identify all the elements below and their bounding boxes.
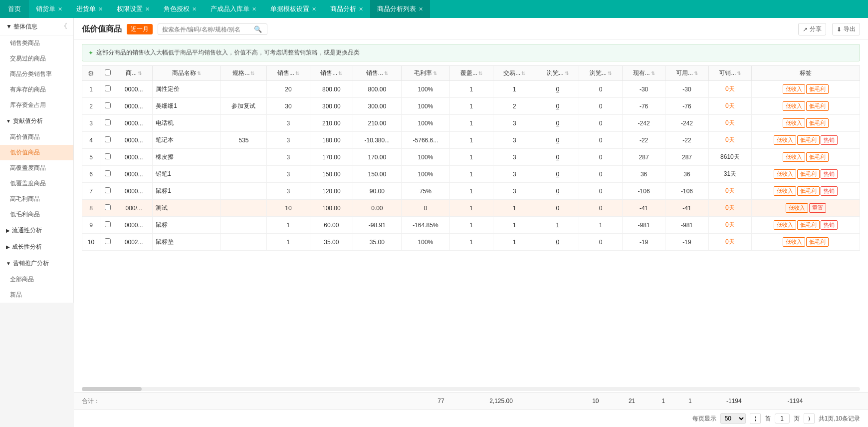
sidebar-item-high-value[interactable]: 高价值商品 (0, 129, 73, 145)
browse-link[interactable]: 0 (556, 171, 559, 178)
sidebar-group-marketing-header[interactable]: ▼ 营销推广分析 (0, 255, 73, 272)
cell-tags: 低收入低毛利热销 (752, 183, 860, 200)
nav-product-analysis-list[interactable]: 商品分析列表 ✕ (370, 0, 430, 18)
footer-current-stock: -1194 (703, 396, 764, 407)
cell-tags: 低收入低毛利 (752, 149, 860, 166)
sidebar-item-high-profit[interactable]: 高毛利商品 (0, 191, 73, 207)
sidebar-item-category-rate[interactable]: 商品分类销售率 (0, 66, 73, 82)
row-checkbox[interactable] (105, 187, 111, 193)
scrollbar-thumb[interactable] (82, 387, 142, 391)
chevron-down-icon: ▼ (6, 118, 11, 124)
tag: 热销 (821, 186, 838, 196)
cell-sale-price: 800.00 (310, 81, 353, 98)
browse-link[interactable]: 0 (556, 103, 559, 110)
cell-code: 000/... (115, 200, 153, 217)
browse-link[interactable]: 0 (556, 239, 559, 246)
browse-link[interactable]: 0 (556, 188, 559, 195)
nav-close-icon[interactable]: ✕ (145, 6, 150, 12)
tag: 低收入 (783, 237, 805, 247)
nav-close-icon[interactable]: ✕ (252, 6, 256, 12)
page-input[interactable] (775, 414, 790, 424)
table-row: 7 0000... 鼠标1 3 120.00 90.00 75% 1 3 0 0… (82, 183, 860, 200)
row-checkbox[interactable] (105, 102, 111, 108)
row-checkbox[interactable] (105, 136, 111, 142)
sidebar-collapse-btn[interactable]: 《 (60, 22, 67, 31)
nav-close-icon[interactable]: ✕ (419, 6, 423, 12)
sidebar-group-contribution-header[interactable]: ▼ 贡献值分析 (0, 113, 73, 129)
nav-purchase-order[interactable]: 进货单 ✕ (69, 0, 110, 18)
nav-close-icon[interactable]: ✕ (312, 6, 316, 12)
select-all-checkbox[interactable] (105, 69, 111, 75)
nav-close-icon[interactable]: ✕ (58, 6, 62, 12)
nav-close-icon[interactable]: ✕ (359, 6, 363, 12)
col-name: 商品名称⇅ (153, 66, 220, 81)
nav-template-settings[interactable]: 单据模板设置 ✕ (263, 0, 323, 18)
horizontal-scrollbar[interactable] (82, 387, 860, 391)
cell-index: 9 (82, 217, 100, 234)
first-page-button[interactable]: ⟨ (750, 413, 761, 424)
row-checkbox[interactable] (105, 119, 111, 125)
col-sale-amount: 销售...⇅ (353, 66, 402, 81)
period-badge[interactable]: 近一月 (127, 24, 153, 34)
sidebar-item-low-coverage[interactable]: 低覆盖度商品 (0, 176, 73, 191)
browse-link[interactable]: 0 (556, 86, 559, 93)
cell-browse2: 1 (579, 217, 622, 234)
browse-link[interactable]: 0 (556, 120, 559, 127)
row-checkbox[interactable] (105, 221, 111, 227)
sidebar-item-high-coverage[interactable]: 高覆盖度商品 (0, 160, 73, 176)
sidebar-item-stock-capital[interactable]: 库存资金占用 (0, 97, 73, 113)
table-wrapper[interactable]: ⚙ 商...⇅ 商品名称⇅ 规格...⇅ 销售...⇅ 销售...⇅ 销售...… (74, 65, 868, 386)
footer-browse2: 1 (677, 396, 704, 407)
search-icon[interactable]: 🔍 (254, 25, 262, 33)
col-browse2: 浏览...⇅ (579, 66, 622, 81)
cell-spec (220, 166, 266, 183)
browse-link[interactable]: 0 (556, 154, 559, 161)
sidebar-group-circulation-header[interactable]: ▶ 流通性分析 (0, 222, 73, 239)
nav-close-icon[interactable]: ✕ (192, 6, 197, 12)
sidebar-item-traded-products[interactable]: 交易过的商品 (0, 51, 73, 66)
cell-gross-rate: 100% (401, 98, 450, 115)
export-button[interactable]: ⬇ 导出 (832, 23, 860, 35)
settings-icon[interactable]: ⚙ (88, 69, 94, 77)
cell-checkbox (100, 183, 115, 200)
sidebar-group-growth-header[interactable]: ▶ 成长性分析 (0, 239, 73, 255)
info-text: 这部分商品的销售收入大幅低于商品平均销售收入，价值不高，可考虑调整营销策略，或是… (96, 48, 360, 57)
row-checkbox[interactable] (105, 153, 111, 159)
browse-link[interactable]: 0 (556, 205, 559, 212)
sidebar-item-low-value[interactable]: 低价值商品 (0, 145, 73, 160)
cell-spec: 535 (220, 132, 266, 149)
nav-role-auth[interactable]: 角色授权 ✕ (157, 0, 204, 18)
col-settings[interactable]: ⚙ (82, 66, 100, 81)
nav-product-warehousing[interactable]: 产成品入库单 ✕ (204, 0, 263, 18)
browse-link[interactable]: 1 (556, 222, 559, 229)
cell-available: 36 (665, 166, 708, 183)
nav-home[interactable]: 首页 (0, 0, 29, 18)
row-checkbox[interactable] (105, 85, 111, 91)
per-page-select[interactable]: 50 100 200 (720, 413, 746, 424)
sidebar-item-new-products[interactable]: 新品 (0, 287, 73, 303)
sidebar: ▼ 整体信息 《 销售类商品 交易过的商品 商品分类销售率 有库存的商品 库存资… (0, 18, 74, 303)
col-sale-qty: 销售...⇅ (267, 66, 310, 81)
sidebar-item-all-products[interactable]: 全部商品 (0, 272, 73, 287)
next-page-button[interactable]: ⟩ (804, 413, 815, 424)
share-button[interactable]: ↗ 分享 (798, 23, 826, 35)
col-saleable: 可销...⇅ (708, 66, 751, 81)
sidebar-item-low-profit[interactable]: 低毛利商品 (0, 207, 73, 222)
cell-available: -242 (665, 115, 708, 132)
sidebar-item-sales-products[interactable]: 销售类商品 (0, 35, 73, 51)
nav-item-label: 商品分析列表 (377, 4, 416, 13)
sidebar-wrapper: ▼ 整体信息 《 销售类商品 交易过的商品 商品分类销售率 有库存的商品 库存资… (0, 18, 74, 427)
cell-index: 2 (82, 98, 100, 115)
nav-product-analysis[interactable]: 商品分析 ✕ (323, 0, 370, 18)
nav-sales-order[interactable]: 销货单 ✕ (29, 0, 69, 18)
cell-browse2: 0 (579, 132, 622, 149)
row-checkbox[interactable] (105, 238, 111, 244)
nav-close-icon[interactable]: ✕ (98, 6, 103, 12)
sidebar-item-stocked-products[interactable]: 有库存的商品 (0, 82, 73, 97)
row-checkbox[interactable] (105, 170, 111, 176)
browse-link[interactable]: 0 (556, 137, 559, 144)
row-checkbox[interactable] (105, 204, 111, 210)
nav-item-label: 销货单 (36, 4, 55, 13)
nav-permission[interactable]: 权限设置 ✕ (110, 0, 157, 18)
search-input[interactable] (162, 26, 252, 33)
